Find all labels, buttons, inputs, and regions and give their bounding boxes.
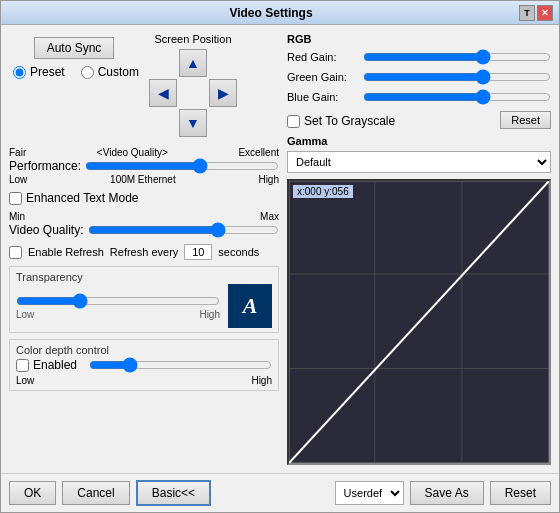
gamma-canvas[interactable]: x:000 y:056 [287, 179, 551, 465]
auto-sync-button[interactable]: Auto Sync [34, 37, 115, 59]
svg-line-5 [289, 181, 549, 463]
perf-top-labels: Fair <Video Quality> Excellent [9, 147, 279, 158]
color-depth-slider[interactable] [89, 357, 272, 373]
bottom-bar: OK Cancel Basic<< Userdef Save As Reset [1, 473, 559, 512]
cancel-button[interactable]: Cancel [62, 481, 129, 505]
grayscale-checkbox[interactable] [287, 115, 300, 128]
ok-button[interactable]: OK [9, 481, 56, 505]
left-panel: Auto Sync Preset Custom [9, 33, 279, 465]
save-as-button[interactable]: Save As [410, 481, 484, 505]
arrow-left-button[interactable]: ◀ [149, 79, 177, 107]
color-depth-section: Color depth control Enabled Low High [9, 339, 279, 391]
refresh-every-label: Refresh every [110, 246, 178, 258]
close-button[interactable]: ✕ [537, 5, 553, 21]
color-depth-enabled-label: Enabled [33, 358, 77, 372]
blue-gain-row: Blue Gain: [287, 89, 551, 105]
red-gain-row: Red Gain: [287, 49, 551, 65]
gamma-curve-svg [289, 181, 549, 463]
rgb-title: RGB [287, 33, 551, 45]
transparency-slider[interactable] [16, 293, 220, 309]
main-content: Auto Sync Preset Custom [1, 25, 559, 473]
seconds-label: seconds [218, 246, 259, 258]
refresh-interval-input[interactable] [184, 244, 212, 260]
custom-radio-label[interactable]: Custom [81, 65, 139, 79]
gamma-title: Gamma [287, 135, 551, 147]
red-gain-label: Red Gain: [287, 51, 357, 63]
arrow-up-button[interactable]: ▲ [179, 49, 207, 77]
gamma-section: Gamma Default [287, 135, 551, 173]
refresh-row: Enable Refresh Refresh every seconds [9, 244, 279, 260]
main-window: Video Settings T ✕ Auto Sync Preset [0, 0, 560, 513]
performance-slider[interactable] [85, 158, 279, 174]
net-labels: Low 100M Ethernet High [9, 174, 279, 185]
green-gain-label: Green Gain: [287, 71, 357, 83]
red-gain-slider[interactable] [363, 49, 551, 65]
arrow-down-button[interactable]: ▼ [179, 109, 207, 137]
trans-labels: Low High [16, 309, 220, 320]
window-title: Video Settings [23, 6, 519, 20]
arrow-right-button[interactable]: ▶ [209, 79, 237, 107]
transparency-row: Low High A [16, 284, 272, 328]
green-gain-slider[interactable] [363, 69, 551, 85]
bottom-right: Userdef Save As Reset [335, 481, 551, 505]
enhanced-text-checkbox[interactable] [9, 192, 22, 205]
vq-label: Video Quality: [9, 223, 84, 237]
grayscale-row: Set To Grayscale [287, 114, 395, 128]
arrow-grid: ▲ ◀ ▶ ▼ [149, 49, 237, 137]
title-bar: Video Settings T ✕ [1, 1, 559, 25]
enhanced-text-row: Enhanced Text Mode [9, 191, 279, 205]
video-quality-section: Min Max Video Quality: [9, 211, 279, 238]
grayscale-label: Set To Grayscale [304, 114, 395, 128]
altusen-logo: A [228, 284, 272, 328]
blue-gain-slider[interactable] [363, 89, 551, 105]
window-controls: T ✕ [519, 5, 553, 21]
enable-refresh-label: Enable Refresh [28, 246, 104, 258]
vq-top-labels: Min Max [9, 211, 279, 222]
custom-radio[interactable] [81, 66, 94, 79]
enhanced-text-label: Enhanced Text Mode [26, 191, 139, 205]
performance-section: Fair <Video Quality> Excellent Performan… [9, 147, 279, 185]
color-depth-enabled-checkbox[interactable] [16, 359, 29, 372]
rgb-section: RGB Red Gain: Green Gain: Blue Gain: [287, 33, 551, 129]
screen-position-label: Screen Position [155, 33, 232, 45]
userdef-select[interactable]: Userdef [335, 481, 404, 505]
blue-gain-label: Blue Gain: [287, 91, 357, 103]
preset-radio[interactable] [13, 66, 26, 79]
enable-refresh-checkbox[interactable] [9, 246, 22, 259]
right-panel: RGB Red Gain: Green Gain: Blue Gain: [287, 33, 551, 465]
cd-labels: Low High [16, 375, 272, 386]
performance-label: Performance: [9, 159, 81, 173]
transparency-section: Transparency Low High A [9, 266, 279, 333]
basic-button[interactable]: Basic<< [136, 480, 211, 506]
green-gain-row: Green Gain: [287, 69, 551, 85]
gamma-select[interactable]: Default [287, 151, 551, 173]
color-depth-label: Color depth control [16, 344, 272, 356]
screen-position-section: Screen Position ▲ ◀ ▶ ▼ [149, 33, 237, 137]
transparency-label: Transparency [16, 271, 272, 283]
preset-radio-label[interactable]: Preset [13, 65, 65, 79]
video-quality-slider[interactable] [88, 222, 280, 238]
help-button[interactable]: T [519, 5, 535, 21]
rgb-reset-button[interactable]: Reset [500, 111, 551, 129]
reset-button[interactable]: Reset [490, 481, 551, 505]
